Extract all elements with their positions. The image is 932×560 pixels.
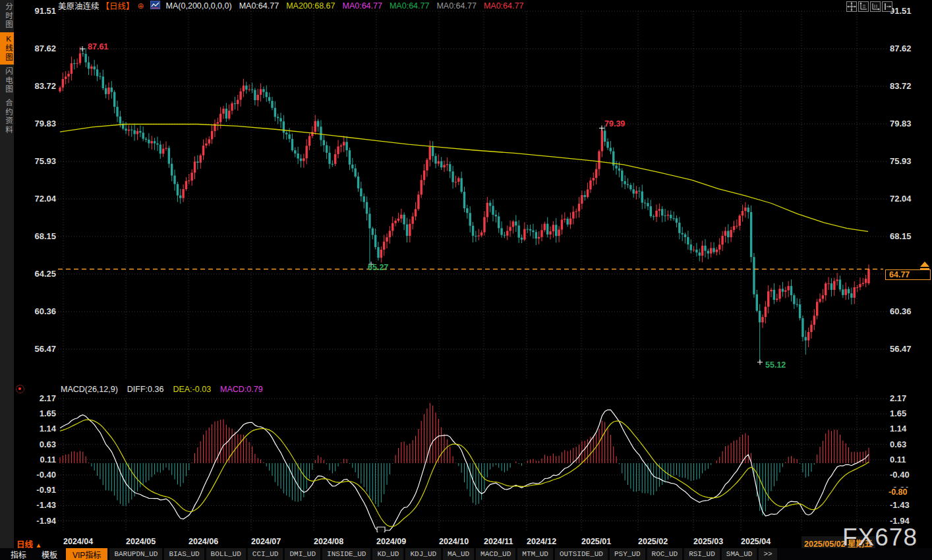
macd-dea-value: DEA:-0.03 xyxy=(173,385,211,394)
chart-title-bar: 美原油连续 【日线】 ⊕ MA(0,200,0,0,0,0)MA0:64.77M… xyxy=(58,0,523,11)
macd-current-box: -0.80 xyxy=(885,488,929,497)
ma-legend-item: MA(0,200,0,0,0,0) xyxy=(166,1,232,11)
sidebar-tab-K线图[interactable]: K线图 xyxy=(0,32,14,65)
ma-legend-item: MA0:64.77 xyxy=(436,1,476,11)
toolbar-button-ROC_UD[interactable]: ROC_UD xyxy=(647,548,683,560)
price-annotation: 55.12 xyxy=(765,360,786,370)
toolbar-button-RSI_UD[interactable]: RSI_UD xyxy=(684,548,720,560)
toolbar-button-PSY_UD[interactable]: PSY_UD xyxy=(610,548,645,560)
chart-type-icon[interactable] xyxy=(150,1,160,11)
sidebar-tab-合约资料[interactable]: 合约资料 xyxy=(0,96,14,137)
time-axis-row: 日线 ▲ 2024/042024/052024/062024/072024/08… xyxy=(0,532,932,548)
zoom-y-axis-icon[interactable] xyxy=(858,1,869,12)
macd-macd-value: MACD:0.79 xyxy=(220,385,263,394)
left-tab-strip: 分时图K线图闪电图合约资料 xyxy=(0,0,14,548)
toolbar-button-SMA_UD[interactable]: SMA_UD xyxy=(722,548,757,560)
shift-right-icon[interactable] xyxy=(882,1,892,12)
price-annotation: 79.39 xyxy=(604,119,625,128)
month-label: 2024/12 xyxy=(527,537,556,546)
sidebar-tab-闪电图[interactable]: 闪电图 xyxy=(0,65,14,97)
month-label: 2024/05 xyxy=(126,537,156,546)
month-label: 2024/08 xyxy=(314,537,343,546)
toolbar-button-MACD_UD[interactable]: MACD_UD xyxy=(476,548,515,560)
sidebar-tab-分时图[interactable]: 分时图 xyxy=(0,0,14,32)
toolbar-button-INSIDE_UD[interactable]: INSIDE_UD xyxy=(322,548,370,560)
candlestick-chart[interactable] xyxy=(0,0,932,560)
indicator-toolbar: 指标模板VIP指标BARUPDN_UDBIAS_UDBOLL_UDCCI_UDD… xyxy=(0,548,932,560)
month-label: 2024/04 xyxy=(63,537,93,546)
toolbar-button-VIP指标[interactable]: VIP指标 xyxy=(66,548,107,560)
toolbar-button-BOLL_UD[interactable]: BOLL_UD xyxy=(206,548,246,560)
month-label: 2025/03 xyxy=(693,537,723,546)
price-annotation: 65.27 xyxy=(368,263,388,272)
indicator-marker-icon[interactable] xyxy=(16,385,24,393)
macd-title: MACD(26,12,9) xyxy=(61,385,118,394)
ma-legend-item: MA0:64.77 xyxy=(390,1,429,11)
price-annotation: 87.61 xyxy=(88,42,108,51)
ma-legend-item: MA200:68.67 xyxy=(286,1,335,11)
month-label: 2024/10 xyxy=(439,537,469,546)
month-label: 2024/07 xyxy=(251,537,281,546)
zoom-x-axis-icon[interactable] xyxy=(870,1,881,12)
current-price-box: 64.77 xyxy=(885,269,931,280)
symbol-name: 美原油连续 xyxy=(58,0,100,12)
toolbar-button->>[interactable]: >> xyxy=(759,548,776,560)
toolbar-button-指标[interactable]: 指标 xyxy=(4,548,33,560)
toolbar-button-BIAS_UD[interactable]: BIAS_UD xyxy=(164,548,204,560)
macd-diff-value: DIFF:0.36 xyxy=(127,385,164,394)
link-icon[interactable]: ⊕ xyxy=(138,1,144,11)
month-label: 2025/04 xyxy=(741,537,771,546)
toolbar-button-CCI_UD[interactable]: CCI_UD xyxy=(248,548,283,560)
ma-legend-item: MA0:64.77 xyxy=(484,1,523,11)
period-tag: 【日线】 xyxy=(102,0,134,12)
macd-header: MACD(26,12,9) DIFF:0.36 DEA:-0.03 MACD:0… xyxy=(61,385,263,394)
toolbar-button-MA_UD[interactable]: MA_UD xyxy=(443,548,474,560)
ma-legend: MA(0,200,0,0,0,0)MA0:64.77MA200:68.67MA0… xyxy=(166,1,524,11)
month-label: 2024/09 xyxy=(376,537,406,546)
app-window: 分时图K线图闪电图合约资料 美原油连续 【日线】 ⊕ MA(0,200,0,0,… xyxy=(0,0,932,560)
ma-legend-item: MA0:64.77 xyxy=(342,1,382,11)
toolbar-button-模板[interactable]: 模板 xyxy=(35,548,64,560)
ma-legend-item: MA0:64.77 xyxy=(239,1,279,11)
move-tool-icon[interactable] xyxy=(846,1,857,12)
month-label: 2024/11 xyxy=(484,537,513,546)
toolbar-button-OUTSIDE_UD[interactable]: OUTSIDE_UD xyxy=(555,548,608,560)
month-label: 2024/06 xyxy=(189,537,218,546)
window-tool-icons xyxy=(846,1,892,12)
toolbar-button-KDJ_UD[interactable]: KDJ_UD xyxy=(405,548,441,560)
toolbar-button-DMI_UD[interactable]: DMI_UD xyxy=(285,548,320,560)
toolbar-button-KD_UD[interactable]: KD_UD xyxy=(372,548,403,560)
toolbar-button-BARUPDN_UD[interactable]: BARUPDN_UD xyxy=(109,548,162,560)
month-label: 2025/01 xyxy=(581,537,611,546)
toolbar-button-MTM_UD[interactable]: MTM_UD xyxy=(517,548,553,560)
month-label: 2025/02 xyxy=(638,537,668,546)
fx678-watermark: FX678 xyxy=(842,524,917,551)
